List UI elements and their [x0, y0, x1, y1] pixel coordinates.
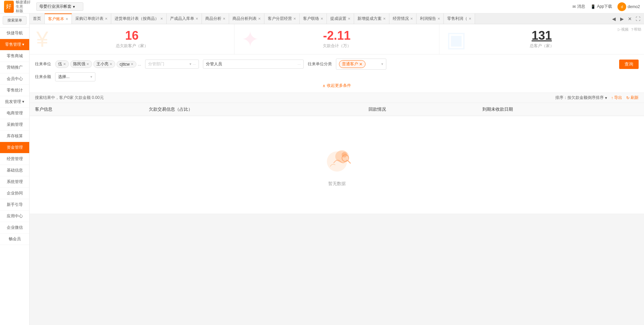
- sidebar-item-inventory[interactable]: 库存核算: [0, 131, 29, 142]
- sidebar-item-operations-mgmt[interactable]: 经营管理: [0, 153, 29, 165]
- tab-new-promo-plan[interactable]: 新增提成方案 ✕: [354, 13, 389, 24]
- tab-fullscreen[interactable]: ⛶: [635, 15, 641, 22]
- remove-category-tag[interactable]: ✕: [359, 62, 362, 67]
- sidebar-item-app-center[interactable]: 应用中心: [0, 211, 29, 222]
- top-bar-right: ✉ 消息 📱 App下载 d demo2: [572, 2, 640, 11]
- stat-bg-icon-2: ✦: [241, 27, 259, 52]
- filter-more-tags[interactable]: ...: [138, 62, 141, 67]
- stat-bg-icon-1: ¥: [36, 27, 48, 52]
- user-menu[interactable]: d demo2: [617, 2, 640, 11]
- tab-product-analysis-list[interactable]: 商品分析列表 ✕: [229, 13, 264, 24]
- refresh-icon: ↻: [626, 96, 630, 100]
- chevron-up-icon: ∧: [323, 83, 326, 88]
- tab-home[interactable]: 首页: [30, 13, 45, 24]
- empty-text: 暂无数据: [328, 181, 346, 187]
- remove-tag-cjttcw[interactable]: ✕: [131, 62, 133, 66]
- sidebar-item-member-center[interactable]: 会员中心: [0, 73, 29, 85]
- tab-purchase-order[interactable]: 采购订单统计表 ✕: [72, 13, 111, 24]
- tab-product-analysis[interactable]: 商品分析 ✕: [202, 13, 229, 24]
- main-layout: 搜索菜单 快捷导航 零售管理 ▾ 零售商城 营销推广 会员中心 零售统计 批发管…: [0, 13, 644, 325]
- dept-ellipsis: ···: [193, 62, 196, 66]
- tab-close-product-in[interactable]: ✕: [196, 17, 198, 21]
- stat-value-2: -2.11: [323, 30, 350, 42]
- tab-close-customer-segment[interactable]: ✕: [293, 17, 296, 21]
- sidebar-item-purchase[interactable]: 采购管理: [0, 119, 29, 131]
- remove-tag-wu[interactable]: ✕: [63, 62, 66, 66]
- sidebar-item-retail-mgmt[interactable]: 零售管理 ▾: [0, 39, 29, 50]
- content-area: ¥ 16 总欠款客户（家） ✦ -2.11 欠款合计（万） ▷ 视频: [30, 24, 644, 325]
- tab-operations[interactable]: 经营情况 ✕: [389, 13, 417, 24]
- sidebar-item-enterprise-wechat[interactable]: 企业微信: [0, 222, 29, 233]
- message-button[interactable]: ✉ 消息: [572, 4, 585, 9]
- tab-customer-segment[interactable]: 客户分层经营 ✕: [264, 13, 300, 24]
- sidebar-item-system[interactable]: 系统管理: [0, 176, 29, 188]
- amount-filter-label: 往来余额: [35, 74, 51, 80]
- export-button[interactable]: ↑ 导出: [611, 95, 622, 101]
- category-chevron-down: ▾: [381, 62, 383, 66]
- remove-tag-wang[interactable]: ✕: [110, 62, 112, 66]
- tab-customer-contact[interactable]: 客户联络 ✕: [300, 13, 327, 24]
- sidebar-item-enterprise-coop[interactable]: 企业协同: [0, 188, 29, 199]
- sidebar-item-retail-store[interactable]: 零售商城: [0, 50, 29, 62]
- amount-selector[interactable]: 选择... ▾: [55, 72, 95, 81]
- tab-close-retail-profit[interactable]: ✕: [469, 17, 471, 21]
- tab-product-in[interactable]: 产成品入库单 ✕: [167, 13, 202, 24]
- sort-chevron-down: ▾: [605, 96, 607, 100]
- tab-close-stock-stats[interactable]: ✕: [160, 17, 163, 21]
- person-selector[interactable]: 分管人员 ···: [203, 60, 304, 69]
- col-customer-info: 客户信息: [30, 103, 143, 116]
- sidebar-item-quick-nav[interactable]: 快捷导航: [0, 28, 29, 39]
- tab-close-all[interactable]: ✕: [627, 15, 633, 22]
- filter-tag-wu: 伍 ✕: [55, 60, 69, 68]
- tab-close-accounts[interactable]: ✕: [66, 17, 68, 21]
- sidebar-item-finance[interactable]: 资金管理: [0, 142, 29, 153]
- help-link[interactable]: ? 帮助: [631, 27, 641, 32]
- stat-debt-amount: ✦ -2.11 欠款合计（万）: [234, 24, 439, 54]
- tab-accounts[interactable]: 客户账本 ✕: [45, 13, 72, 24]
- stats-bar: ¥ 16 总欠款客户（家） ✦ -2.11 欠款合计（万） ▷ 视频: [30, 24, 644, 55]
- avatar: d: [617, 2, 626, 11]
- app-download-button[interactable]: 📱 App下载: [591, 4, 612, 9]
- sidebar-item-ecommerce[interactable]: 电商管理: [0, 108, 29, 119]
- message-icon: ✉: [572, 4, 576, 9]
- sidebar-item-basics[interactable]: 基础信息: [0, 165, 29, 176]
- person-ellipsis: ···: [298, 62, 301, 66]
- sidebar-item-batch-mgmt[interactable]: 批发管理 ▾: [0, 96, 29, 108]
- tab-close-profit-report[interactable]: ✕: [437, 17, 440, 21]
- dept-chevron-down: ▾: [189, 62, 191, 66]
- tab-promo-settings[interactable]: 提成设置 ✕: [327, 13, 354, 24]
- sidebar-item-new-guide[interactable]: 新手引导: [0, 199, 29, 211]
- tab-stock-stats[interactable]: 进货单统计表（按商品） ✕: [111, 13, 167, 24]
- tab-close-product-analysis-list[interactable]: ✕: [258, 17, 261, 21]
- col-repay-status: 回款情况: [363, 103, 477, 116]
- refresh-button[interactable]: ↻ 刷新: [626, 95, 639, 101]
- tab-close-operations[interactable]: ✕: [410, 17, 413, 21]
- query-button[interactable]: 查询: [619, 60, 639, 69]
- table-header-row: 客户信息 欠款交易信息（占比） 回款情况 到期未收款日期: [30, 103, 644, 116]
- filter-row-1: 往来单位 伍 ✕ 陈民强 ✕ 王小亮: [35, 59, 639, 70]
- dept-selector[interactable]: 分管部门 ▾ ···: [145, 60, 199, 69]
- search-menu-button[interactable]: 搜索菜单: [3, 16, 27, 25]
- export-icon: ↑: [611, 96, 613, 100]
- logo-icon: 好: [4, 1, 14, 13]
- sidebar-item-retail-stats[interactable]: 零售统计: [0, 85, 29, 96]
- tab-scroll-right[interactable]: ▶: [618, 15, 625, 22]
- tab-close-promo-settings[interactable]: ✕: [348, 17, 350, 21]
- collapse-filter-button[interactable]: ∧ 收起更多条件: [35, 83, 639, 88]
- sidebar-item-vip-member[interactable]: 畅会员: [0, 233, 29, 245]
- tab-close-customer-contact[interactable]: ✕: [320, 17, 323, 21]
- filter-row-2: 往来余额 选择... ▾: [35, 72, 639, 81]
- tab-profit-report[interactable]: 利润报告 ✕: [417, 13, 444, 24]
- tab-close-purchase-order[interactable]: ✕: [105, 17, 108, 21]
- sort-selector[interactable]: 排序：按欠款金额倒序排序 ▾: [555, 95, 607, 101]
- tab-scroll-left[interactable]: ◀: [610, 15, 617, 22]
- category-selector[interactable]: 普通客户 ✕ ▾: [336, 59, 386, 70]
- video-link[interactable]: ▷ 视频: [618, 27, 629, 32]
- tab-close-new-promo-plan[interactable]: ✕: [383, 17, 386, 21]
- stat-label-2: 欠款合计（万）: [323, 43, 351, 49]
- sidebar-item-marketing[interactable]: 营销推广: [0, 62, 29, 73]
- remove-tag-chen[interactable]: ✕: [86, 62, 89, 66]
- tab-retail-profit[interactable]: 零售利润（ ✕: [444, 13, 475, 24]
- tab-close-product-analysis[interactable]: ✕: [223, 17, 225, 21]
- store-selector[interactable]: 母婴行业演示帐套 ▾: [36, 2, 83, 11]
